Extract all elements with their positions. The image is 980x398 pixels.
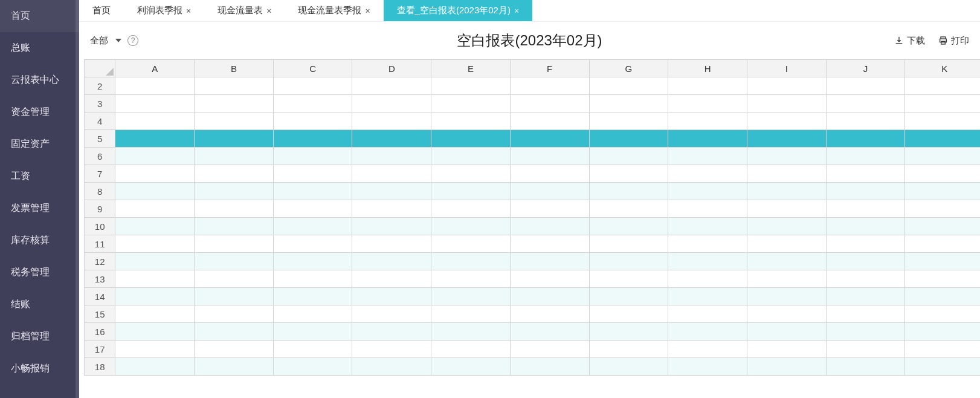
close-icon[interactable]: × (514, 7, 519, 15)
close-icon[interactable]: × (186, 7, 191, 15)
cell-G15[interactable] (589, 305, 668, 323)
cell-D14[interactable] (352, 288, 431, 305)
cell-J2[interactable] (826, 77, 905, 95)
cell-D2[interactable] (352, 77, 431, 95)
tab-3[interactable]: 现金流量表季报× (285, 0, 383, 21)
cell-H12[interactable] (668, 253, 747, 270)
cell-F11[interactable] (510, 235, 589, 253)
cell-I13[interactable] (747, 270, 826, 288)
cell-J17[interactable] (826, 341, 905, 358)
cell-H15[interactable] (668, 305, 747, 323)
cell-B12[interactable] (195, 253, 274, 270)
cell-K8[interactable] (905, 183, 980, 200)
cell-H8[interactable] (668, 183, 747, 200)
cell-F3[interactable] (510, 95, 589, 113)
sidebar-item-expense[interactable]: 小畅报销 (0, 353, 79, 385)
cell-G13[interactable] (589, 270, 668, 288)
cell-K15[interactable] (905, 305, 980, 323)
cell-D12[interactable] (352, 253, 431, 270)
cell-K6[interactable] (905, 148, 980, 165)
cell-A14[interactable] (115, 288, 195, 305)
cell-D3[interactable] (352, 95, 431, 113)
sidebar-item-close[interactable]: 结账 (0, 289, 79, 321)
download-button[interactable]: 下载 (894, 35, 925, 47)
cell-J13[interactable] (826, 270, 905, 288)
cell-G6[interactable] (589, 148, 668, 165)
cell-B16[interactable] (195, 323, 274, 341)
cell-B10[interactable] (195, 218, 274, 235)
cell-F8[interactable] (510, 183, 589, 200)
cell-D11[interactable] (352, 235, 431, 253)
cell-A7[interactable] (115, 165, 195, 183)
cell-K16[interactable] (905, 323, 980, 341)
cell-G5[interactable] (589, 130, 668, 148)
sidebar-item-funds[interactable]: 资金管理 (0, 96, 79, 128)
cell-F18[interactable] (510, 358, 589, 376)
cell-K18[interactable] (905, 358, 980, 376)
cell-D15[interactable] (352, 305, 431, 323)
column-header-K[interactable]: K (905, 60, 980, 77)
cell-E16[interactable] (431, 323, 511, 341)
cell-J15[interactable] (826, 305, 905, 323)
cell-E7[interactable] (431, 165, 511, 183)
cell-J18[interactable] (826, 358, 905, 376)
tab-1[interactable]: 利润表季报× (124, 0, 204, 21)
cell-I9[interactable] (747, 200, 826, 218)
help-icon[interactable]: ? (127, 35, 138, 46)
column-header-D[interactable]: D (352, 60, 431, 77)
spreadsheet[interactable]: ABCDEFGHIJK23456789101112131415161718 (79, 59, 980, 398)
cell-A15[interactable] (115, 305, 195, 323)
close-icon[interactable]: × (365, 7, 370, 15)
cell-I2[interactable] (747, 77, 826, 95)
cell-C18[interactable] (273, 358, 352, 376)
tab-0[interactable]: 首页 (79, 0, 124, 21)
cell-E18[interactable] (431, 358, 511, 376)
grid-corner[interactable] (85, 60, 115, 77)
column-header-F[interactable]: F (510, 60, 589, 77)
sidebar-item-salary[interactable]: 工资 (0, 160, 79, 192)
cell-A16[interactable] (115, 323, 195, 341)
row-header-2[interactable]: 2 (85, 77, 115, 95)
cell-C5[interactable] (273, 130, 352, 148)
cell-F17[interactable] (510, 341, 589, 358)
cell-J10[interactable] (826, 218, 905, 235)
cell-B2[interactable] (195, 77, 274, 95)
cell-C15[interactable] (273, 305, 352, 323)
cell-G10[interactable] (589, 218, 668, 235)
cell-G4[interactable] (589, 113, 668, 130)
cell-C4[interactable] (273, 113, 352, 130)
cell-E10[interactable] (431, 218, 511, 235)
cell-K12[interactable] (905, 253, 980, 270)
cell-B4[interactable] (195, 113, 274, 130)
cell-K10[interactable] (905, 218, 980, 235)
cell-E6[interactable] (431, 148, 511, 165)
cell-G16[interactable] (589, 323, 668, 341)
cell-A18[interactable] (115, 358, 195, 376)
cell-K14[interactable] (905, 288, 980, 305)
cell-H3[interactable] (668, 95, 747, 113)
cell-A5[interactable] (115, 130, 195, 148)
cell-B6[interactable] (195, 148, 274, 165)
cell-K11[interactable] (905, 235, 980, 253)
column-header-J[interactable]: J (826, 60, 905, 77)
column-header-A[interactable]: A (115, 60, 195, 77)
cell-E8[interactable] (431, 183, 511, 200)
cell-C12[interactable] (273, 253, 352, 270)
cell-B11[interactable] (195, 235, 274, 253)
cell-B5[interactable] (195, 130, 274, 148)
cell-E17[interactable] (431, 341, 511, 358)
cell-A13[interactable] (115, 270, 195, 288)
cell-F10[interactable] (510, 218, 589, 235)
cell-C17[interactable] (273, 341, 352, 358)
cell-I11[interactable] (747, 235, 826, 253)
column-header-I[interactable]: I (747, 60, 826, 77)
cell-I5[interactable] (747, 130, 826, 148)
cell-E2[interactable] (431, 77, 511, 95)
cell-J11[interactable] (826, 235, 905, 253)
column-header-G[interactable]: G (589, 60, 668, 77)
cell-E15[interactable] (431, 305, 511, 323)
cell-A4[interactable] (115, 113, 195, 130)
cell-F13[interactable] (510, 270, 589, 288)
cell-K5[interactable] (905, 130, 980, 148)
cell-E14[interactable] (431, 288, 511, 305)
